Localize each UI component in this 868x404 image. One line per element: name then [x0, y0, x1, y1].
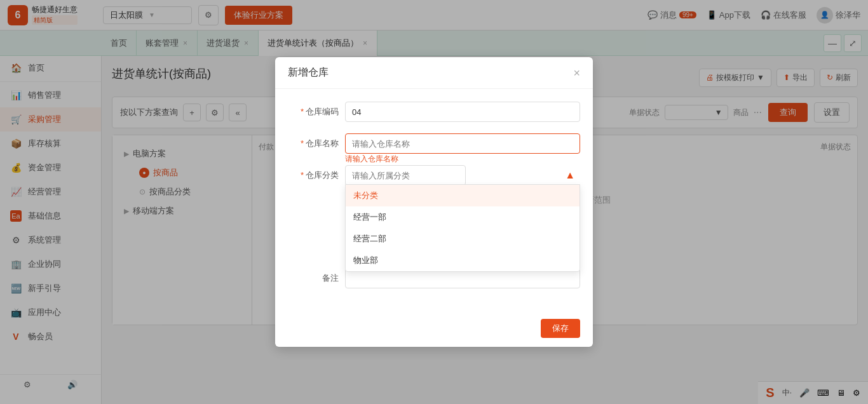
dropdown-option-dept3[interactable]: 物业部: [346, 250, 580, 271]
name-input[interactable]: [345, 133, 580, 154]
modal-title: 新增仓库: [288, 66, 329, 79]
modal-close-btn[interactable]: ×: [573, 67, 580, 79]
category-select-wrapper: ▲: [345, 165, 580, 185]
modal-footer: 保存: [275, 313, 593, 347]
modal-header: 新增仓库 ×: [275, 57, 593, 89]
category-label: 仓库分类: [288, 165, 345, 185]
new-warehouse-modal: 新增仓库 × 仓库编码 仓库名称 请输入仓库名称 仓库分类: [275, 57, 593, 347]
dropdown-option-dept1[interactable]: 经营一部: [346, 206, 580, 228]
dropdown-option-dept2[interactable]: 经营二部: [346, 228, 580, 250]
category-form-row: 仓库分类 ▲ 未分类 经营一部 经营二部 物业部: [288, 165, 580, 185]
code-form-row: 仓库编码: [288, 102, 580, 122]
chevron-up-icon: ▲: [565, 170, 575, 181]
dropdown-option-none[interactable]: 未分类: [346, 185, 580, 206]
code-label: 仓库编码: [288, 102, 345, 122]
code-input[interactable]: [345, 102, 580, 122]
modal-overlay: 新增仓库 × 仓库编码 仓库名称 请输入仓库名称 仓库分类: [0, 0, 868, 404]
name-label: 仓库名称: [288, 133, 345, 154]
name-form-row: 仓库名称 请输入仓库名称: [288, 133, 580, 154]
modal-body: 仓库编码 仓库名称 请输入仓库名称 仓库分类 ▲: [275, 89, 593, 313]
save-button[interactable]: 保存: [541, 319, 580, 338]
category-input[interactable]: [345, 165, 466, 185]
remark-label: 备注: [288, 268, 345, 288]
name-error-msg: 请输入仓库名称: [345, 154, 398, 165]
category-dropdown: 未分类 经营一部 经营二部 物业部: [345, 184, 580, 272]
